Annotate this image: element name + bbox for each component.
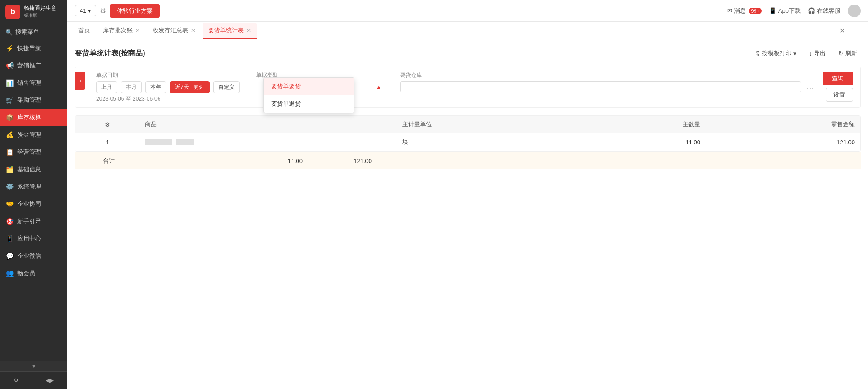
basic-icon: 🗂️ bbox=[5, 165, 14, 174]
search-menu-btn[interactable]: 🔍 搜索菜单 bbox=[0, 24, 67, 40]
table-row: 1 块 11.00 121.00 bbox=[75, 133, 860, 151]
sidebar-item-members[interactable]: 👥 畅会员 bbox=[0, 265, 67, 282]
sidebar-item-appstore[interactable]: 📱 应用中心 bbox=[0, 230, 67, 247]
col-header-amount: 零售金额 bbox=[706, 116, 860, 133]
quick-nav-icon: ⚡ bbox=[5, 44, 14, 52]
tabs-bar: 首页 库存批次账 ✕ 收发存汇总表 ✕ 要货单统计表 ✕ ✕ ⛶ bbox=[67, 22, 868, 40]
marketing-icon: 📢 bbox=[5, 61, 14, 70]
type-filter-chevron-icon[interactable]: ▲ bbox=[375, 83, 382, 91]
tab-requisition-stat-label: 要货单统计表 bbox=[208, 26, 244, 35]
messages-badge: 99+ bbox=[749, 8, 762, 14]
table-header-row: ⚙ 商品 主计量单位 主数量 零售金额 bbox=[75, 116, 860, 133]
tab-inventory-batch[interactable]: 库存批次账 ✕ bbox=[98, 23, 145, 39]
inventory-icon: 📦 bbox=[5, 113, 14, 122]
sidebar-label: 库存核算 bbox=[17, 113, 41, 122]
sidebar-label: 基础信息 bbox=[17, 165, 41, 174]
sidebar-item-inventory[interactable]: 📦 库存核算 bbox=[0, 109, 67, 126]
set-btn[interactable]: 设置 bbox=[826, 88, 853, 102]
page-header: 要货单统计表(按商品) 🖨 按模板打印 ▾ ↓ 导出 ↻ 刷新 bbox=[75, 47, 861, 59]
search-icon: 🔍 bbox=[5, 29, 13, 36]
refresh-label: 刷新 bbox=[845, 49, 857, 57]
sidebar-item-enterprise[interactable]: 🤝 企业协同 bbox=[0, 195, 67, 213]
trial-industry-btn[interactable]: 体验行业方案 bbox=[110, 4, 160, 18]
tab-close-all-btn[interactable]: ✕ bbox=[837, 26, 848, 36]
tab-inventory-batch-close[interactable]: ✕ bbox=[135, 27, 140, 34]
sidebar-item-sales[interactable]: 📊 销售管理 bbox=[0, 74, 67, 92]
sidebar-item-purchase[interactable]: 🛒 采购管理 bbox=[0, 92, 67, 109]
col-header-seq: ⚙ bbox=[75, 116, 139, 133]
user-avatar[interactable] bbox=[848, 5, 861, 17]
topbar: 41 ▾ ⚙ 体验行业方案 ✉ 消息 99+ 📱 App下载 🎧 在线客服 bbox=[67, 0, 868, 22]
page-inner: 要货单统计表(按商品) 🖨 按模板打印 ▾ ↓ 导出 ↻ 刷新 bbox=[67, 40, 868, 389]
online-service-btn[interactable]: 🎧 在线客服 bbox=[808, 7, 841, 15]
sidebar-collapse-btn[interactable]: ◀▶ bbox=[42, 375, 57, 385]
main-area: 41 ▾ ⚙ 体验行业方案 ✉ 消息 99+ 📱 App下载 🎧 在线客服 bbox=[67, 0, 868, 389]
tab-requisition-stat[interactable]: 要货单统计表 ✕ bbox=[203, 23, 257, 39]
filter-expand-btn[interactable]: › bbox=[75, 72, 85, 90]
date-btn-last-7[interactable]: 近7天 更多 bbox=[170, 81, 210, 93]
refresh-btn[interactable]: ↻ 刷新 bbox=[835, 47, 861, 59]
messages-label: 消息 bbox=[734, 7, 746, 15]
sidebar: b 畅捷通好生意 标准版 🔍 搜索菜单 ⚡ 快捷导航 📢 营销推广 📊 销售管理… bbox=[0, 0, 67, 389]
message-icon: ✉ bbox=[727, 7, 732, 14]
warehouse-row: … bbox=[400, 81, 816, 92]
cell-qty: 11.00 bbox=[551, 133, 706, 151]
tab-expand-btn[interactable]: ⛶ bbox=[850, 26, 863, 36]
enterprise-icon: 🤝 bbox=[5, 200, 14, 208]
sidebar-label: 营销推广 bbox=[17, 61, 41, 70]
data-table-wrap: ⚙ 商品 主计量单位 主数量 零售金额 1 bbox=[75, 115, 861, 152]
sidebar-item-operations[interactable]: 📋 经营管理 bbox=[0, 143, 67, 161]
sidebar-label: 企业协同 bbox=[17, 200, 41, 208]
date-filter-row: 上月 本月 本年 近7天 更多 自定义 bbox=[96, 81, 240, 93]
warehouse-more-btn[interactable]: … bbox=[805, 82, 816, 92]
sidebar-item-marketing[interactable]: 📢 营销推广 bbox=[0, 57, 67, 74]
sidebar-bottom: ⚙ ◀▶ bbox=[0, 371, 67, 389]
tab-receivables-label: 收发存汇总表 bbox=[153, 26, 188, 35]
app-download-btn[interactable]: 📱 App下载 bbox=[769, 7, 801, 15]
date-btn-this-year[interactable]: 本年 bbox=[145, 81, 166, 93]
company-name: 41 bbox=[80, 7, 86, 14]
export-btn[interactable]: ↓ 导出 bbox=[806, 47, 830, 59]
sidebar-item-guide[interactable]: 🎯 新手引导 bbox=[0, 213, 67, 230]
operations-icon: 📋 bbox=[5, 148, 14, 156]
sidebar-item-finance[interactable]: 💰 资金管理 bbox=[0, 126, 67, 143]
cell-product bbox=[139, 133, 397, 151]
product-placeholder bbox=[145, 139, 172, 145]
company-selector[interactable]: 41 ▾ bbox=[75, 5, 96, 16]
date-btn-custom[interactable]: 自定义 bbox=[213, 81, 240, 93]
page-actions: 🖨 按模板打印 ▾ ↓ 导出 ↻ 刷新 bbox=[750, 47, 861, 59]
members-icon: 👥 bbox=[5, 269, 14, 277]
tab-home[interactable]: 首页 bbox=[73, 23, 96, 39]
sidebar-item-basic[interactable]: 🗂️ 基础信息 bbox=[0, 161, 67, 178]
col-header-qty: 主数量 bbox=[551, 116, 706, 133]
query-btn[interactable]: 查询 bbox=[823, 72, 853, 85]
date-filter-label: 单据日期 bbox=[96, 72, 240, 79]
sidebar-scroll-down[interactable]: ▾ bbox=[0, 361, 67, 371]
app-sub: 标准版 bbox=[24, 12, 56, 19]
dropdown-item-requisition-order[interactable]: 要货单要货 bbox=[264, 78, 354, 95]
footer-amount: 121.00 bbox=[317, 158, 372, 164]
messages-btn[interactable]: ✉ 消息 99+ bbox=[727, 7, 762, 15]
sidebar-settings-btn[interactable]: ⚙ bbox=[10, 375, 22, 385]
sidebar-item-system[interactable]: ⚙️ 系统管理 bbox=[0, 178, 67, 195]
print-btn[interactable]: 🖨 按模板打印 ▾ bbox=[750, 47, 800, 59]
tab-requisition-stat-close[interactable]: ✕ bbox=[247, 27, 251, 34]
date-btn-this-month[interactable]: 本月 bbox=[121, 81, 142, 93]
sidebar-label: 新手引导 bbox=[17, 217, 41, 225]
date-btn-prev-month[interactable]: 上月 bbox=[96, 81, 117, 93]
last-7-label: 近7天 bbox=[175, 84, 189, 90]
filter-buttons: 查询 设置 bbox=[823, 72, 853, 102]
sidebar-item-wechat[interactable]: 💬 企业微信 bbox=[0, 247, 67, 265]
table-settings-icon[interactable]: ⚙ bbox=[105, 121, 110, 128]
sidebar-item-quick-nav[interactable]: ⚡ 快捷导航 bbox=[0, 40, 67, 57]
page-content: 要货单统计表(按商品) 🖨 按模板打印 ▾ ↓ 导出 ↻ 刷新 bbox=[67, 40, 868, 389]
warehouse-filter-label: 要货仓库 bbox=[400, 72, 816, 79]
print-label: 按模板打印 bbox=[762, 49, 791, 57]
settings-gear-icon: ⚙ bbox=[14, 377, 19, 384]
tab-receivables[interactable]: 收发存汇总表 ✕ bbox=[147, 23, 201, 39]
warehouse-filter-input[interactable] bbox=[400, 81, 801, 92]
settings-button[interactable]: ⚙ bbox=[100, 6, 106, 15]
tab-receivables-close[interactable]: ✕ bbox=[191, 27, 195, 34]
dropdown-item-requisition-return[interactable]: 要货单退货 bbox=[264, 95, 354, 113]
date-filter-group: 单据日期 上月 本月 本年 近7天 更多 自定义 2023-05-06 至 20… bbox=[96, 72, 240, 103]
